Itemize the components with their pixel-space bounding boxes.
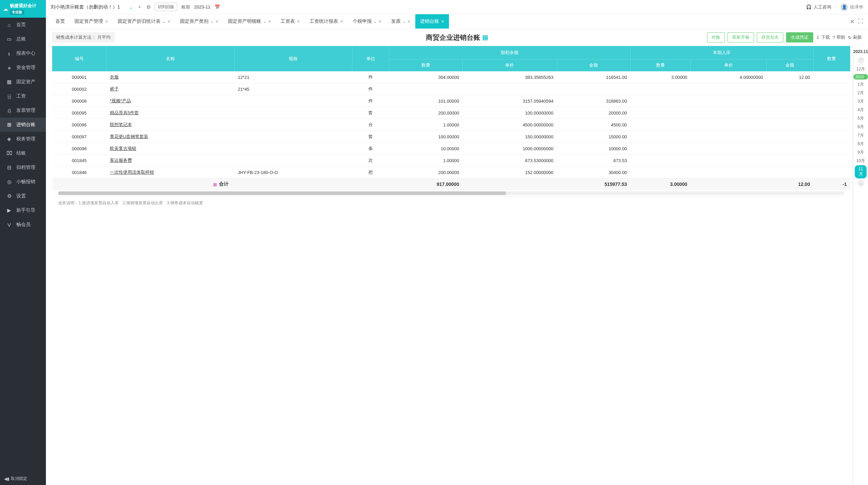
close-icon[interactable]: ✕	[340, 19, 343, 24]
invoice-icon: ⎙	[6, 107, 12, 114]
sidebar-item-asset[interactable]: ▦固定资产	[0, 75, 46, 89]
tab-固定资产类别[interactable]: 固定资产类别 ⌄ ✕	[175, 14, 223, 29]
brand-edition: 专业版	[10, 10, 24, 15]
timeline-month[interactable]: 3月	[853, 97, 868, 106]
col-name: 名称	[106, 46, 235, 71]
sidebar-item-vip[interactable]: V畅会员	[0, 218, 46, 232]
calendar-icon[interactable]: 📅	[215, 4, 220, 10]
sidebar-unpin[interactable]: ◀▮ 取消固定	[0, 472, 46, 485]
calc-method[interactable]: 销售成本计算方法： 月平均	[52, 32, 115, 42]
tab-工资表[interactable]: 工资表 ✕	[276, 14, 305, 29]
period-label: 账期	[181, 4, 190, 10]
sidebar-item-promo[interactable]: ◎小畅报销	[0, 175, 46, 189]
sidebar-item-archive[interactable]: ⊟归档管理	[0, 160, 46, 175]
chevron-down-icon: ⌄	[263, 20, 266, 23]
help-button[interactable]: ?帮助	[833, 34, 845, 40]
item-name-link[interactable]: 裤子	[110, 86, 119, 91]
col-open: 期初余额	[389, 46, 631, 59]
fullscreen-icon[interactable]: ⛶	[858, 18, 863, 24]
account-selector[interactable]: 刘小艳演示账套（勿删勿动！）1	[51, 4, 120, 10]
close-icon[interactable]: ✕	[407, 19, 411, 24]
timeline-up-icon[interactable]: ⌃	[857, 57, 864, 64]
table-row: 000097青花瓷U盘钢笔套装套100.00000150.00000000150…	[52, 131, 850, 143]
timeline-month[interactable]: 11月	[855, 165, 867, 178]
sidebar-item-close[interactable]: ⌧结账	[0, 146, 46, 160]
download-button[interactable]: ⇩下载	[816, 34, 830, 40]
sidebar-item-inv[interactable]: ⊞进销台账	[0, 118, 46, 132]
item-name-link[interactable]: 欧美复古项链	[110, 146, 136, 151]
reconcile-button[interactable]: 对账	[707, 32, 725, 42]
tab-首页[interactable]: 首页	[51, 14, 70, 29]
total-row: ▣合计 917.00000 515977.53 3.00000 12.00 -1	[52, 178, 850, 190]
inv-icon: ⊞	[6, 122, 12, 128]
close-icon[interactable]: ✕	[268, 19, 271, 24]
item-name-link[interactable]: *视频*产品	[110, 98, 131, 103]
alias-button[interactable]: 存货别名	[757, 32, 783, 42]
period-value[interactable]: 2023-11	[194, 4, 211, 10]
timeline-month[interactable]: 10月	[853, 157, 868, 165]
sidebar-item-invoice[interactable]: ⎙发票管理	[0, 103, 46, 118]
close-icon[interactable]: ✕	[105, 19, 108, 24]
item-name-link[interactable]: 联想笔记本	[110, 122, 132, 127]
table-row: 000098欧美复古项链条10.000001000.0000000010000.…	[52, 143, 850, 155]
close-icon[interactable]: ✕	[215, 19, 218, 24]
timeline-month[interactable]: 2月	[853, 89, 868, 97]
timeline-month[interactable]: 4月	[853, 106, 868, 114]
timeline-month[interactable]: 1月	[853, 80, 868, 89]
consult-link[interactable]: 🎧 人工咨询	[806, 4, 831, 10]
add-icon[interactable]: ＋	[137, 4, 142, 10]
footer-note: 业务说明：1.按进项发票自动入库 2.按销项发票自动出库 3.销售成本自动核算	[52, 196, 850, 209]
timeline-month[interactable]: 5月	[853, 114, 868, 123]
chevron-down-icon[interactable]: ⌄	[129, 4, 133, 10]
timeline-month[interactable]: 6月	[853, 123, 868, 131]
switch-version-button[interactable]: 切到旧版	[155, 3, 177, 11]
timeline-month[interactable]: 9月	[853, 148, 868, 157]
chevron-down-icon: ⌄	[374, 20, 377, 23]
sidebar-item-home[interactable]: ⌂首页	[0, 18, 46, 32]
reopen-button[interactable]: 重新开账	[728, 32, 754, 42]
sidebar-item-gear[interactable]: ⚙设置	[0, 189, 46, 203]
tab-个税申报[interactable]: 个税申报 ⌄ ✕	[348, 14, 386, 29]
timeline-month[interactable]: 12月	[853, 65, 868, 73]
table-row: 000096联想笔记本台1.000004500.000000004500.00	[52, 119, 850, 131]
item-name-link[interactable]: 客运服务费	[110, 158, 132, 163]
gear-icon[interactable]: ⚙	[146, 4, 151, 10]
tab-固定资产明细账[interactable]: 固定资产明细账 ⌄ ✕	[223, 14, 276, 29]
user-menu[interactable]: 👤 徐泽华	[840, 3, 863, 11]
tab-发票[interactable]: 发票 ⌄ ✕	[386, 14, 415, 29]
sidebar-item-tax[interactable]: ◈税务管理	[0, 132, 46, 146]
close-icon[interactable]: ✕	[167, 19, 170, 24]
tab-进销台账[interactable]: 进销台账 ✕	[415, 14, 449, 29]
item-name-link[interactable]: 精品茶具5件套	[110, 110, 139, 115]
tab-固定资产管理[interactable]: 固定资产管理 ✕	[70, 14, 113, 29]
sidebar-item-guide[interactable]: ▶新手引导	[0, 203, 46, 218]
asset-icon: ▦	[6, 79, 12, 85]
timeline-down-icon[interactable]: ⌄	[857, 180, 864, 187]
sidebar-item-fund[interactable]: ⎈资金管理	[0, 60, 46, 75]
item-name-link[interactable]: 衣服	[110, 74, 119, 80]
timeline-month[interactable]: 7月	[853, 131, 868, 140]
headset-icon: 🎧	[806, 4, 812, 10]
sidebar-item-ledger[interactable]: ▭总账	[0, 32, 46, 46]
sidebar-item-chart[interactable]: ⫾报表中心	[0, 46, 46, 60]
document-icon[interactable]: ▤	[482, 34, 488, 41]
close-icon[interactable]: ✕	[297, 19, 300, 24]
refresh-button[interactable]: ↻刷新	[848, 34, 862, 40]
horizontal-scrollbar[interactable]	[58, 191, 844, 195]
item-name-link[interactable]: 一次性使用活体取样钳	[110, 170, 154, 175]
generate-voucher-button[interactable]: 生成凭证	[786, 32, 813, 42]
close-icon[interactable]: ✕	[441, 19, 444, 24]
ledger-icon: ▭	[6, 36, 12, 42]
timeline-head: 2023.11	[853, 48, 868, 55]
sidebar-item-salary[interactable]: ⌸工资	[0, 89, 46, 103]
timeline-month[interactable]: 8月	[853, 140, 868, 148]
table-row: 001846一次性使用活体取样钳JHY-FB-23-180-O-O把200.00…	[52, 167, 850, 178]
brand-name: 畅捷通好会计	[10, 3, 36, 9]
item-name-link[interactable]: 青花瓷U盘钢笔套装	[110, 134, 148, 139]
close-icon[interactable]: ✕	[379, 19, 382, 24]
col-unit: 单位	[352, 46, 389, 71]
tab-工资统计报表[interactable]: 工资统计报表 ✕	[305, 14, 348, 29]
tab-固定资产折旧统计表[interactable]: 固定资产折旧统计表 ⌄ ✕	[113, 14, 175, 29]
close-all-tabs-icon[interactable]: ✕	[850, 18, 854, 25]
col-no: 编号	[52, 46, 106, 71]
